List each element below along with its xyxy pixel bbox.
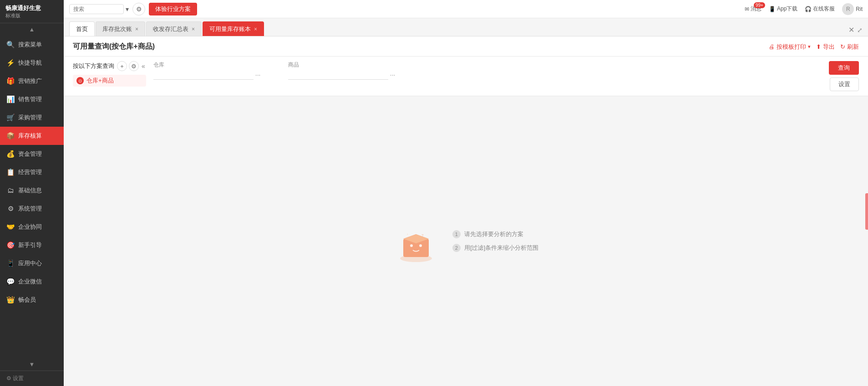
- print-chevron-icon: ▾: [808, 44, 811, 50]
- filter-bar: 按以下方案查询 + ⚙ « ⊙ 仓库+商品 仓库: [64, 57, 868, 96]
- marketing-icon: 🎁: [6, 77, 15, 85]
- message-btn[interactable]: ✉ 消息 99+: [745, 5, 761, 13]
- refresh-btn[interactable]: ↻ 刷新: [840, 43, 859, 51]
- tab-home[interactable]: 首页: [69, 21, 95, 36]
- sidebar-scroll-up[interactable]: ▲: [0, 23, 64, 36]
- sidebar-item-label-purchase: 采购管理: [18, 113, 42, 122]
- sidebar-item-purchase[interactable]: 🛒 采购管理: [0, 108, 64, 127]
- sidebar-item-label-enterprise: 企业协同: [18, 223, 42, 231]
- app-logo: 畅康通好生意 标准版: [0, 0, 64, 23]
- filter-scheme-label: 按以下方案查询: [73, 62, 114, 70]
- topbar: ▾ ⚙ 体验行业方案 ✉ 消息 99+ 📱 App下载 🎧 在线客服 R Rit: [64, 0, 868, 18]
- scheme-item-warehouse-product[interactable]: ⊙ 仓库+商品: [73, 75, 146, 87]
- tab-batch-label: 库存批次账: [102, 25, 132, 33]
- print-template-btn[interactable]: 🖨 按模板打印 ▾: [769, 43, 811, 51]
- tab-home-label: 首页: [76, 25, 88, 33]
- tab-batch-close[interactable]: ×: [135, 26, 138, 32]
- warehouse-label: 仓库: [153, 61, 281, 69]
- operation-icon: 📋: [6, 168, 15, 176]
- sidebar-item-label-finance: 资金管理: [18, 150, 42, 158]
- tab-summary[interactable]: 收发存汇总表 ×: [146, 21, 202, 36]
- sidebar-item-label-basic: 基础信息: [18, 186, 42, 195]
- collapse-scheme-btn[interactable]: «: [141, 62, 146, 71]
- sidebar-item-system[interactable]: ⚙ 系统管理: [0, 200, 64, 218]
- tab-available-close[interactable]: ×: [254, 26, 257, 32]
- query-btn[interactable]: 查询: [829, 61, 859, 75]
- sidebar-item-label-sales: 销售管理: [18, 95, 42, 103]
- right-scrollbar-handle[interactable]: [865, 193, 868, 230]
- user-avatar: R: [842, 3, 854, 15]
- empty-illustration: ? *: [393, 218, 439, 264]
- product-label: 商品: [288, 61, 416, 69]
- search-input[interactable]: [69, 4, 124, 14]
- export-label: 导出: [823, 43, 835, 51]
- export-btn[interactable]: ⬆ 导出: [816, 43, 835, 51]
- enterprise-icon: 🤝: [6, 223, 15, 231]
- headset-icon: 🎧: [805, 6, 812, 12]
- sidebar-nav: 🔍 搜索菜单 ⚡ 快捷导航 🎁 营销推广 📊 销售管理 🛒 采购管理 📦 库存核…: [0, 36, 64, 358]
- sidebar-scroll-down[interactable]: ▼: [0, 358, 64, 371]
- empty-tip-1: 1 请先选择要分析的方案: [452, 230, 538, 238]
- filter-inputs: 仓库 ··· 商品 ···: [153, 61, 822, 80]
- product-more-btn[interactable]: ···: [390, 71, 396, 78]
- sidebar-item-marketing[interactable]: 🎁 营销推广: [0, 72, 64, 90]
- industry-solution-btn[interactable]: 体验行业方案: [149, 3, 197, 15]
- tabs-bar: 首页 库存批次账 × 收发存汇总表 × 可用量库存账本 × ✕ ⤢: [64, 18, 868, 36]
- warehouse-input[interactable]: [153, 70, 254, 80]
- page-title: 可用量查询(按仓库+商品): [73, 42, 155, 51]
- shortcut-icon: ⚡: [6, 59, 15, 67]
- empty-tip-2: 2 用[过滤]条件来缩小分析范围: [452, 244, 538, 252]
- app-subtitle: 标准版: [5, 12, 58, 19]
- topbar-search: ▾: [69, 4, 129, 14]
- tip-num-1: 1: [452, 230, 461, 238]
- sidebar-item-sales[interactable]: 📊 销售管理: [0, 90, 64, 108]
- svg-point-5: [410, 244, 413, 247]
- refresh-icon: ↻: [840, 43, 845, 50]
- sales-icon: 📊: [6, 95, 15, 103]
- sidebar-item-wechat[interactable]: 💬 企业微信: [0, 273, 64, 291]
- sidebar-item-operation[interactable]: 📋 经营管理: [0, 163, 64, 181]
- tab-summary-close[interactable]: ×: [192, 26, 195, 32]
- sidebar-item-inventory[interactable]: 📦 库存核算: [0, 127, 64, 145]
- online-service-btn[interactable]: 🎧 在线客服: [805, 5, 835, 13]
- filter-settings-btn[interactable]: 设置: [830, 77, 859, 91]
- page-header-actions: 🖨 按模板打印 ▾ ⬆ 导出 ↻ 刷新: [769, 43, 859, 51]
- add-scheme-btn[interactable]: +: [117, 61, 127, 71]
- sidebar-item-search[interactable]: 🔍 搜索菜单: [0, 36, 64, 54]
- filter-scheme-panel: 按以下方案查询 + ⚙ « ⊙ 仓库+商品: [73, 61, 146, 87]
- export-icon: ⬆: [816, 43, 821, 50]
- scheme-active-icon: ⊙: [76, 77, 84, 84]
- tab-batch[interactable]: 库存批次账 ×: [96, 21, 145, 36]
- sidebar-item-member[interactable]: 👑 畅会员: [0, 291, 64, 309]
- sidebar-item-newbie[interactable]: 🎯 新手引导: [0, 236, 64, 254]
- sidebar-item-appstore[interactable]: 📱 应用中心: [0, 254, 64, 273]
- search-dropdown-btn[interactable]: ▾: [126, 5, 129, 13]
- sidebar-footer[interactable]: ⚙ 设置: [0, 371, 64, 386]
- service-label: 在线客服: [813, 5, 835, 13]
- system-icon: ⚙: [6, 205, 15, 213]
- expand-tabs-btn[interactable]: ⤢: [857, 26, 863, 34]
- user-menu-btn[interactable]: R Rit: [842, 3, 863, 15]
- tip-num-2: 2: [452, 244, 461, 252]
- sidebar-item-finance[interactable]: 💰 资金管理: [0, 145, 64, 163]
- refresh-label: 刷新: [847, 43, 859, 51]
- sidebar-item-shortcut[interactable]: ⚡ 快捷导航: [0, 54, 64, 72]
- close-all-tabs-btn[interactable]: ✕: [848, 26, 854, 34]
- sidebar-item-label-search: 搜索菜单: [18, 41, 42, 49]
- settings-scheme-btn[interactable]: ⚙: [129, 61, 139, 71]
- warehouse-more-btn[interactable]: ···: [255, 71, 261, 78]
- sidebar-item-label-system: 系统管理: [18, 205, 42, 213]
- product-input[interactable]: [288, 70, 388, 80]
- topbar-gear-btn[interactable]: ⚙: [132, 3, 145, 15]
- tab-available[interactable]: 可用量库存账本 ×: [203, 21, 264, 36]
- sidebar-item-basic[interactable]: 🗂 基础信息: [0, 181, 64, 200]
- sidebar-item-enterprise[interactable]: 🤝 企业协同: [0, 218, 64, 236]
- member-icon: 👑: [6, 296, 15, 304]
- newbie-icon: 🎯: [6, 241, 15, 249]
- phone-icon: 📱: [769, 6, 776, 12]
- sidebar-item-label-shortcut: 快捷导航: [18, 59, 42, 67]
- sidebar-item-label-wechat: 企业微信: [18, 278, 42, 286]
- sidebar: 畅康通好生意 标准版 ▲ 🔍 搜索菜单 ⚡ 快捷导航 🎁 营销推广 📊 销售管理…: [0, 0, 64, 386]
- svg-text:*: *: [407, 233, 408, 236]
- app-download-btn[interactable]: 📱 App下载: [769, 5, 797, 13]
